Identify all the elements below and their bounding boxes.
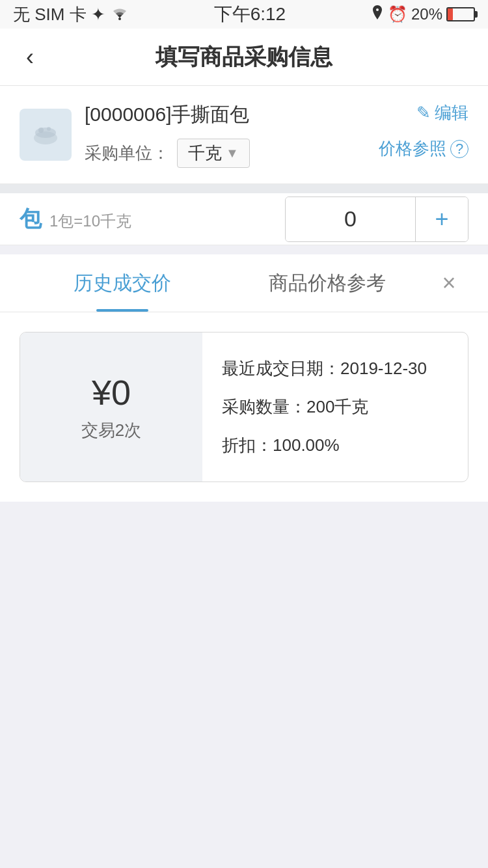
unit-select[interactable]: 千克 ▼ <box>177 139 250 168</box>
quantity-label-text: 采购数量： <box>222 397 306 416</box>
price-detail-discount: 折扣：100.00% <box>222 433 448 458</box>
edit-icon: ✎ <box>416 103 431 123</box>
tab-history[interactable]: 历史成交价 <box>20 254 224 312</box>
help-icon: ? <box>450 140 468 158</box>
quantity-input[interactable] <box>286 197 416 241</box>
status-left: 无 SIM 卡 ✦ <box>13 3 129 26</box>
tab-header: 历史成交价 商品价格参考 × <box>0 254 488 312</box>
quantity-plus-button[interactable]: + <box>416 197 468 241</box>
unit-value: 千克 <box>188 142 222 165</box>
product-unit-row: 采购单位： 千克 ▼ <box>85 139 250 168</box>
quantity-row: 包 1包=10千克 + <box>0 193 488 245</box>
date-value: 2019-12-30 <box>340 359 427 378</box>
tab-history-label: 历史成交价 <box>74 270 171 297</box>
product-thumbnail <box>20 109 72 161</box>
product-info: [0000006]手撕面包 采购单位： 千克 ▼ <box>85 102 250 168</box>
price-detail-quantity: 采购数量：200千克 <box>222 394 448 420</box>
battery-fill <box>448 8 453 20</box>
edit-button[interactable]: ✎ 编辑 <box>416 102 468 124</box>
discount-label: 折扣： <box>222 435 273 455</box>
quantity-value: 200千克 <box>306 397 368 416</box>
tab-content: ¥0 交易2次 最近成交日期：2019-12-30 采购数量：200千克 折扣：… <box>0 312 488 502</box>
main-content-area <box>0 502 488 868</box>
product-header: [0000006]手撕面包 采购单位： 千克 ▼ ✎ 编辑 价格参照 ? <box>20 102 468 168</box>
status-time: 下午6:12 <box>214 2 286 27</box>
svg-point-2 <box>35 128 56 138</box>
product-name: [0000006]手撕面包 <box>85 102 250 128</box>
dropdown-arrow-icon: ▼ <box>226 146 239 161</box>
unit-sub: 1包=10千克 <box>49 211 131 232</box>
product-left: [0000006]手撕面包 采购单位： 千克 ▼ <box>20 102 250 168</box>
status-bar: 无 SIM 卡 ✦ 下午6:12 ⏰ 20% <box>0 0 488 29</box>
product-actions: ✎ 编辑 价格参照 ? <box>379 102 468 160</box>
unit-label: 采购单位： <box>85 142 169 165</box>
svg-point-3 <box>38 128 44 133</box>
quantity-label: 包 1包=10千克 <box>20 204 131 234</box>
tab-reference-label: 商品价格参考 <box>269 270 386 297</box>
edit-label: 编辑 <box>435 102 468 124</box>
price-right-panel: 最近成交日期：2019-12-30 采购数量：200千克 折扣：100.00% <box>202 332 468 481</box>
wifi-icon <box>111 5 129 25</box>
date-label: 最近成交日期： <box>222 359 340 378</box>
location-icon <box>371 5 384 23</box>
quantity-controls: + <box>285 197 468 242</box>
tab-reference[interactable]: 商品价格参考 <box>224 254 429 312</box>
tab-close-button[interactable]: × <box>429 254 468 312</box>
price-detail-date: 最近成交日期：2019-12-30 <box>222 356 448 381</box>
price-card: ¥0 交易2次 最近成交日期：2019-12-30 采购数量：200千克 折扣：… <box>20 332 468 482</box>
alarm-icon: ⏰ <box>388 5 407 23</box>
svg-point-4 <box>47 127 51 131</box>
discount-value: 100.00% <box>273 435 340 455</box>
back-button[interactable]: ‹ <box>20 37 40 77</box>
sim-status: 无 SIM 卡 ✦ <box>13 3 105 26</box>
price-ref-button[interactable]: 价格参照 ? <box>379 137 468 160</box>
tab-panel: 历史成交价 商品价格参考 × ¥0 交易2次 最近成交日期：2019-12-30… <box>0 254 488 502</box>
status-right: ⏰ 20% <box>371 5 475 23</box>
page-title: 填写商品采购信息 <box>156 42 332 72</box>
price-amount: ¥0 <box>92 372 131 413</box>
svg-point-0 <box>118 18 121 20</box>
price-left-panel: ¥0 交易2次 <box>20 332 202 481</box>
battery-percent: 20% <box>411 5 442 23</box>
price-ref-label: 价格参照 <box>379 137 446 160</box>
section-divider <box>0 184 488 193</box>
product-card: [0000006]手撕面包 采购单位： 千克 ▼ ✎ 编辑 价格参照 ? <box>0 86 488 184</box>
unit-big: 包 <box>20 204 42 234</box>
battery-icon <box>446 7 475 21</box>
price-times: 交易2次 <box>81 419 141 442</box>
nav-bar: ‹ 填写商品采购信息 <box>0 29 488 86</box>
